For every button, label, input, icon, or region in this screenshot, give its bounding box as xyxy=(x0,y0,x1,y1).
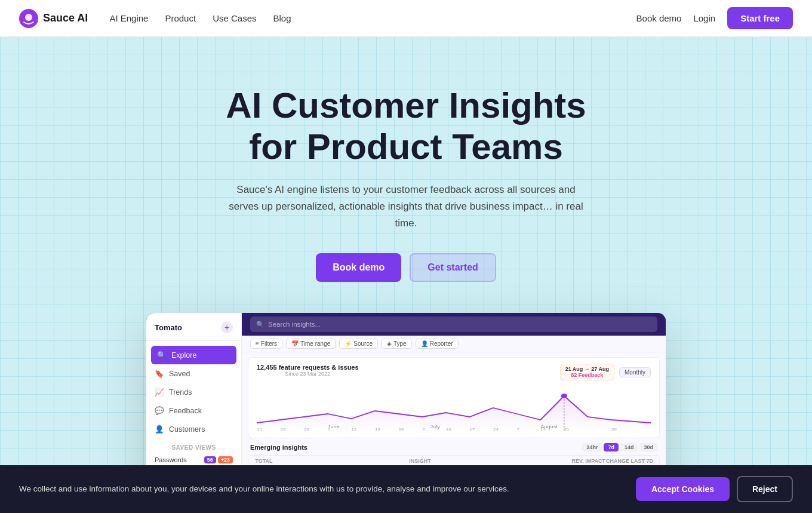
nav-product[interactable]: Product xyxy=(165,13,196,23)
nav-login-button[interactable]: Login xyxy=(693,13,715,23)
svg-text:August: August xyxy=(540,425,558,429)
svg-text:July: July xyxy=(430,425,440,429)
svg-text:17: 17 xyxy=(469,428,475,431)
hero-title-line1: AI Customer Insights xyxy=(226,85,586,125)
svg-text:28: 28 xyxy=(304,428,309,431)
trends-icon: 📈 xyxy=(155,388,164,397)
insights-tab-7d[interactable]: 7d xyxy=(604,443,619,451)
chart-svg: 15 22 28 5 12 19 26 3 10 17 24 7 xyxy=(257,384,651,432)
chart-tooltip-box: 21 Aug → 27 Aug 82 Feedback xyxy=(560,364,614,380)
saved-views-label: Saved Views xyxy=(146,438,241,453)
insights-tab-30d[interactable]: 30d xyxy=(639,443,657,451)
svg-text:June: June xyxy=(328,425,340,429)
insights-tab-24hr[interactable]: 24hr xyxy=(582,443,602,451)
sidebar-item-explore[interactable]: 🔍 Explore xyxy=(151,346,236,364)
insights-title: Emerging insights xyxy=(250,444,307,451)
hero-subtitle: Sauce's AI engine listens to your custom… xyxy=(221,182,591,232)
chart-title: 12,455 feature requests & issues xyxy=(257,364,359,371)
filter-filters[interactable]: ≡ Filters xyxy=(250,339,282,349)
filter-time-range[interactable]: 📅 Time range xyxy=(286,339,336,349)
navbar: Sauce AI AI Engine Product Use Cases Blo… xyxy=(0,0,812,37)
insights-header: Emerging insights 24hr 7d 14d 30d xyxy=(248,443,660,451)
type-icon: ◈ xyxy=(387,340,392,347)
svg-text:19: 19 xyxy=(375,428,380,431)
filter-reporter[interactable]: 👤 Reporter xyxy=(416,339,459,349)
filter-icon: ≡ xyxy=(256,340,259,347)
nav-start-free-button[interactable]: Start free xyxy=(727,7,793,29)
workspace-plus-button[interactable]: + xyxy=(221,321,233,333)
hero-get-started-button[interactable]: Get started xyxy=(410,253,496,282)
nav-left: Sauce AI AI Engine Product Use Cases Blo… xyxy=(19,9,291,28)
logo-icon xyxy=(19,9,38,28)
svg-text:24: 24 xyxy=(493,428,499,431)
svg-text:28: 28 xyxy=(611,428,617,431)
nav-book-demo-button[interactable]: Book demo xyxy=(636,13,682,23)
customers-icon: 👤 xyxy=(155,425,164,434)
app-search[interactable]: 🔍 Search insights... xyxy=(250,317,657,332)
chart-area: 12,455 feature requests & issues Since 2… xyxy=(248,357,660,438)
sidebar-item-saved[interactable]: 🔖 Saved xyxy=(146,364,241,383)
saved-icon: 🔖 xyxy=(155,369,164,378)
feedback-icon: 💬 xyxy=(155,406,164,415)
hero-book-demo-button[interactable]: Book demo xyxy=(316,253,401,282)
insights-tab-14d[interactable]: 14d xyxy=(620,443,638,451)
search-icon: 🔍 xyxy=(256,321,264,328)
calendar-icon: 📅 xyxy=(291,340,299,347)
hero-section: AI Customer Insights for Product Teams S… xyxy=(0,37,812,513)
filter-chips: ≡ Filters 📅 Time range ⚡ Source ◈ Type xyxy=(242,336,666,352)
app-toolbar: 🔍 Search insights... xyxy=(242,313,666,336)
sidebar-item-customers[interactable]: 👤 Customers xyxy=(146,420,241,438)
svg-text:15: 15 xyxy=(257,428,262,431)
svg-text:12: 12 xyxy=(351,428,356,431)
svg-text:21: 21 xyxy=(564,428,570,431)
insights-tabs: 24hr 7d 14d 30d xyxy=(582,443,657,451)
saved-view-passwords[interactable]: Passwords 56 +23 xyxy=(146,453,241,466)
hero-title: AI Customer Insights for Product Teams xyxy=(226,85,586,167)
sidebar-item-feedback[interactable]: 💬 Feedback xyxy=(146,401,241,420)
tooltip-feedback: 82 Feedback xyxy=(565,372,609,378)
filter-type[interactable]: ◈ Type xyxy=(382,339,412,349)
chart-info: 12,455 feature requests & issues Since 2… xyxy=(257,364,359,377)
search-placeholder: Search insights... xyxy=(268,321,321,328)
nav-blog[interactable]: Blog xyxy=(273,13,291,23)
hero-buttons: Book demo Get started xyxy=(316,253,496,282)
source-icon: ⚡ xyxy=(345,340,352,347)
svg-text:3: 3 xyxy=(422,428,425,431)
svg-text:22: 22 xyxy=(281,428,286,431)
sidebar-workspace: Tomato + xyxy=(146,321,241,341)
logo[interactable]: Sauce AI xyxy=(19,9,88,28)
workspace-name: Tomato xyxy=(155,323,182,332)
chart-header: 12,455 feature requests & issues Since 2… xyxy=(257,364,651,380)
logo-text: Sauce AI xyxy=(43,12,88,24)
cookie-banner: We collect and use information about you… xyxy=(0,465,812,513)
nav-ai-engine[interactable]: AI Engine xyxy=(109,13,148,23)
explore-icon: 🔍 xyxy=(157,351,167,360)
reporter-icon: 👤 xyxy=(421,340,428,347)
svg-text:7: 7 xyxy=(517,428,520,431)
nav-right: Book demo Login Start free xyxy=(636,7,793,29)
accept-cookies-button[interactable]: Accept Cookies xyxy=(636,477,730,501)
hero-title-line2: for Product Teams xyxy=(249,127,563,167)
chart-subtitle: Since 23 Mar 2022 xyxy=(257,371,359,377)
svg-point-1 xyxy=(25,14,32,21)
nav-links: AI Engine Product Use Cases Blog xyxy=(109,13,291,24)
tooltip-date: 21 Aug → 27 Aug xyxy=(565,366,609,372)
cookie-text: We collect and use information about you… xyxy=(19,483,624,495)
chart-period-selector[interactable]: Monthly xyxy=(619,367,651,377)
reject-cookies-button[interactable]: Reject xyxy=(737,476,793,502)
filter-source[interactable]: ⚡ Source xyxy=(339,339,378,349)
cookie-actions: Accept Cookies Reject xyxy=(636,476,793,502)
svg-text:10: 10 xyxy=(446,428,451,431)
sidebar-item-trends[interactable]: 📈 Trends xyxy=(146,383,241,401)
svg-text:26: 26 xyxy=(399,428,404,431)
nav-use-cases[interactable]: Use Cases xyxy=(213,13,256,23)
